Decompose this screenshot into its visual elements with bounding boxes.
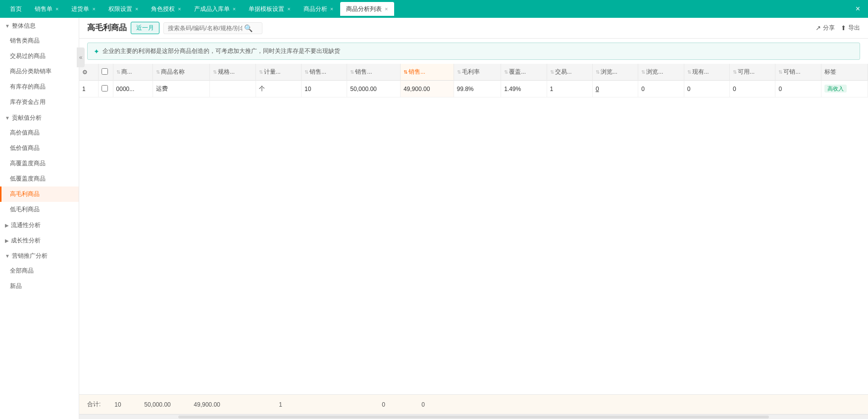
col-tag[interactable]: 标签 (821, 64, 868, 81)
data-table: ⚙ ⇅ 商... (79, 64, 868, 97)
cell-current-stock: 0 (684, 81, 729, 97)
top-nav: 首页 销售单 × 进货单 × 权限设置 × 角色授权 × 产成品入库单 × 单据… (0, 0, 868, 18)
table-row: 1 0000... 运费 (79, 81, 868, 97)
nav-sales-order[interactable]: 销售单 × (29, 2, 64, 16)
col-trade[interactable]: ⇅ 交易... (547, 64, 592, 81)
nav-close-icon[interactable]: × (92, 6, 95, 12)
nav-product-inbound[interactable]: 产成品入库单 × (188, 2, 242, 16)
sort-icon: ⇅ (778, 69, 782, 75)
cell-spec (210, 81, 255, 97)
share-button[interactable]: ↗ 分享 (816, 24, 835, 32)
sidebar-item-low-coverage[interactable]: 低覆盖度商品 (0, 171, 79, 186)
sidebar-section-overall[interactable]: ▼ 整体信息 (0, 18, 79, 33)
sidebar-item-high-value[interactable]: 高价值商品 (0, 125, 79, 140)
sidebar-item-stock-capital[interactable]: 库存资金占用 (0, 94, 79, 110)
sidebar-item-all-goods[interactable]: 全部商品 (0, 263, 79, 279)
total-available-stock: 0 (417, 401, 457, 408)
col-code[interactable]: ⇅ 商... (113, 64, 153, 81)
total-current-stock: 0 (378, 401, 417, 408)
nav-close-icon[interactable]: × (233, 6, 236, 12)
nav-close-icon[interactable]: × (55, 6, 58, 12)
data-table-container: ⚙ ⇅ 商... (79, 64, 868, 394)
collapse-arrow-icon: ▼ (5, 23, 10, 29)
total-sale-qty: 10 (110, 401, 140, 408)
content-area: 高毛利商品 近一月 🔍 ↗ 分享 ⬆ 导出 ✦ 企业的主要的利润都是这部分商品创… (79, 18, 868, 419)
cell-checkbox (98, 81, 113, 97)
col-saleable-stock[interactable]: ⇅ 可销... (775, 64, 821, 81)
search-icon[interactable]: 🔍 (244, 24, 253, 32)
col-coverage[interactable]: ⇅ 覆盖... (501, 64, 547, 81)
sort-icon: ⇅ (504, 69, 508, 75)
sidebar-section-marketing[interactable]: ▼ 营销推广分析 (0, 248, 79, 263)
sort-icon: ⇅ (213, 69, 217, 75)
cell-available-stock: 0 (730, 81, 775, 97)
nav-home[interactable]: 首页 (4, 2, 28, 16)
nav-close-icon[interactable]: × (178, 6, 181, 12)
window-close-button[interactable]: × (852, 4, 864, 13)
total-cells: 10 50,000.00 49,900.00 1 0 0 (110, 401, 457, 408)
sidebar-item-high-margin[interactable]: 高毛利商品 (0, 186, 79, 202)
nav-product-analysis[interactable]: 商品分析 × (298, 2, 339, 16)
col-gross-margin[interactable]: ⇅ 毛利率 (454, 64, 501, 81)
info-banner: ✦ 企业的主要的利润都是这部分商品创造的，可考虑加大推广，同时关注库存是不要出现… (87, 43, 860, 60)
col-sale-profit[interactable]: ⇅ 销售... (400, 64, 454, 81)
export-button[interactable]: ⬆ 导出 (841, 24, 860, 32)
col-sale-qty[interactable]: ⇅ 销售... (301, 64, 347, 81)
col-view2[interactable]: ⇅ 浏览... (638, 64, 684, 81)
cell-sale-amount: 50,000.00 (347, 81, 401, 97)
nav-close-icon[interactable]: × (287, 6, 290, 12)
total-sale-profit: 49,900.00 (190, 401, 239, 408)
bottom-scrollbar[interactable] (79, 414, 868, 419)
sidebar-item-low-margin[interactable]: 低毛利商品 (0, 202, 79, 217)
col-current-stock[interactable]: ⇅ 现有... (684, 64, 729, 81)
search-input[interactable] (168, 25, 242, 32)
sidebar-item-category-rate[interactable]: 商品分类助销率 (0, 64, 79, 79)
col-checkbox (98, 64, 113, 81)
nav-permissions[interactable]: 权限设置 × (102, 2, 144, 16)
cell-trade: 1 (547, 81, 592, 97)
sort-icon: ⇅ (550, 69, 554, 75)
sidebar-item-low-value[interactable]: 低价值商品 (0, 140, 79, 156)
sidebar-item-sales-goods[interactable]: 销售类商品 (0, 33, 79, 48)
view1-link[interactable]: 0 (596, 86, 599, 93)
filter-recent-month-button[interactable]: 近一月 (131, 22, 159, 34)
col-sale-amount[interactable]: ⇅ 销售... (347, 64, 401, 81)
cell-name: 运费 (153, 81, 210, 97)
sidebar-section-contribution[interactable]: ▼ 贡献值分析 (0, 110, 79, 125)
nav-product-analysis-list[interactable]: 商品分析列表 × (340, 2, 394, 16)
cell-saleable-stock: 0 (775, 81, 821, 97)
col-spec[interactable]: ⇅ 规格... (210, 64, 255, 81)
cell-unit: 个 (255, 81, 301, 97)
nav-template-settings[interactable]: 单据模板设置 × (243, 2, 296, 16)
cell-view1: 0 (592, 81, 638, 97)
col-view1[interactable]: ⇅ 浏览... (592, 64, 638, 81)
collapse-arrow-right-icon: ▶ (5, 238, 9, 243)
nav-close-icon[interactable]: × (330, 6, 333, 12)
sidebar-item-high-coverage[interactable]: 高覆盖度商品 (0, 156, 79, 171)
total-label: 合计: (87, 400, 101, 409)
nav-purchase-order[interactable]: 进货单 × (65, 2, 101, 16)
share-icon: ↗ (816, 24, 821, 32)
sort-icon: ⇅ (733, 69, 737, 75)
col-available-stock[interactable]: ⇅ 可用... (730, 64, 775, 81)
col-unit[interactable]: ⇅ 计量... (255, 64, 301, 81)
collapse-arrow-icon: ▼ (5, 253, 10, 259)
sidebar-section-liquidity[interactable]: ▶ 流通性分析 (0, 217, 79, 233)
select-all-checkbox[interactable] (102, 68, 108, 75)
sidebar-item-traded-goods[interactable]: 交易过的商品 (0, 48, 79, 64)
sidebar-section-growth[interactable]: ▶ 成长性分析 (0, 233, 79, 248)
nav-close-icon[interactable]: × (135, 6, 138, 12)
sidebar-item-new-goods[interactable]: 新品 (0, 279, 79, 294)
sidebar-collapse-button[interactable]: « (77, 47, 85, 67)
sort-icon: ⇅ (404, 69, 408, 75)
nav-close-icon[interactable]: × (385, 6, 388, 12)
nav-roles[interactable]: 角色授权 × (145, 2, 187, 16)
sort-icon: ⇅ (687, 69, 691, 75)
row-checkbox[interactable] (102, 85, 108, 92)
sort-icon: ⇅ (596, 69, 600, 75)
header-actions: ↗ 分享 ⬆ 导出 (816, 24, 860, 32)
cell-tag: 高收入 (821, 81, 868, 97)
col-name[interactable]: ⇅ 商品名称 (153, 64, 210, 81)
sort-icon: ⇅ (116, 69, 120, 75)
sidebar-item-stocked-goods[interactable]: 有库存的商品 (0, 79, 79, 94)
